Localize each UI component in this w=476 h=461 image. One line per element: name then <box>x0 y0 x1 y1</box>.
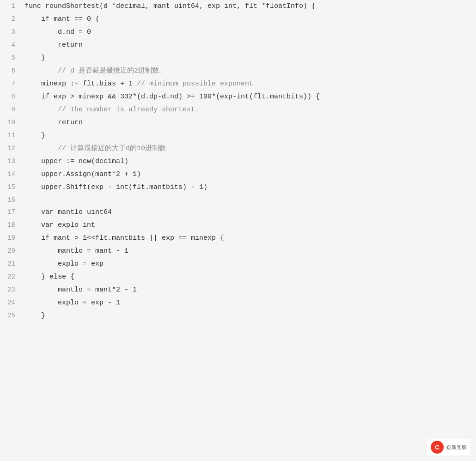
line-content: // The number is already shortest. <box>21 103 476 116</box>
line-content: return <box>21 39 476 52</box>
table-row: 17 var mantlo uint64 <box>0 206 476 219</box>
line-number: 12 <box>0 142 21 155</box>
table-row: 23 mantlo = mant*2 - 1 <box>0 284 476 297</box>
line-content <box>21 194 476 206</box>
table-row: 9 // The number is already shortest. <box>0 103 476 116</box>
line-number: 13 <box>0 155 21 168</box>
table-row: 13 upper := new(decimal) <box>0 155 476 168</box>
line-content: d.nd = 0 <box>21 26 476 39</box>
table-row: 11 } <box>0 129 476 142</box>
table-row: 15 upper.Shift(exp - int(flt.mantbits) -… <box>0 181 476 194</box>
line-number: 22 <box>0 271 21 284</box>
table-row: 20 mantlo = mant - 1 <box>0 245 476 258</box>
table-row: 25 } <box>0 309 476 322</box>
line-number: 1 <box>0 0 21 13</box>
line-number: 5 <box>0 52 21 65</box>
line-number: 10 <box>0 116 21 129</box>
line-content: return <box>21 116 476 129</box>
line-content: } else { <box>21 271 476 284</box>
table-row: 7 minexp := flt.bias + 1 // minimum poss… <box>0 78 476 91</box>
line-content: explo = exp - 1 <box>21 297 476 309</box>
line-content: upper := new(decimal) <box>21 155 476 168</box>
line-number: 25 <box>0 309 21 322</box>
watermark-text: 创新互联 <box>446 444 467 450</box>
table-row: 16 <box>0 194 476 206</box>
watermark-logo: C <box>431 441 444 454</box>
table-row: 18 var explo int <box>0 219 476 232</box>
line-content: explo = exp <box>21 258 476 271</box>
table-row: 24 explo = exp - 1 <box>0 297 476 309</box>
line-content: // 计算最接近的大于d的10进制数 <box>21 142 476 155</box>
line-number: 23 <box>0 284 21 297</box>
code-container: 1func roundShortest(d *decimal, mant uin… <box>0 0 476 461</box>
table-row: 8 if exp > minexp && 332*(d.dp-d.nd) >= … <box>0 91 476 103</box>
table-row: 21 explo = exp <box>0 258 476 271</box>
table-row: 5 } <box>0 52 476 65</box>
table-row: 6 // d 是否就是最接近的2进制数。 <box>0 65 476 78</box>
line-number: 20 <box>0 245 21 258</box>
line-content: var explo int <box>21 219 476 232</box>
table-row: 1func roundShortest(d *decimal, mant uin… <box>0 0 476 13</box>
line-number: 9 <box>0 103 21 116</box>
line-number: 21 <box>0 258 21 271</box>
table-row: 19 if mant > 1<<flt.mantbits || exp == m… <box>0 232 476 245</box>
watermark-site-label: 创新互联 <box>446 444 467 450</box>
line-number: 18 <box>0 219 21 232</box>
table-row: 22 } else { <box>0 271 476 284</box>
line-number: 3 <box>0 26 21 39</box>
line-number: 8 <box>0 91 21 103</box>
line-number: 11 <box>0 129 21 142</box>
line-number: 2 <box>0 13 21 26</box>
line-number: 6 <box>0 65 21 78</box>
line-content: } <box>21 309 476 322</box>
line-number: 16 <box>0 194 21 206</box>
line-content: mantlo = mant*2 - 1 <box>21 284 476 297</box>
line-content: if mant == 0 { <box>21 13 476 26</box>
line-content: minexp := flt.bias + 1 // minimum possib… <box>21 78 476 91</box>
line-content: var mantlo uint64 <box>21 206 476 219</box>
line-content: } <box>21 129 476 142</box>
line-number: 7 <box>0 78 21 91</box>
table-row: 4 return <box>0 39 476 52</box>
line-number: 4 <box>0 39 21 52</box>
line-content: upper.Assign(mant*2 + 1) <box>21 168 476 181</box>
line-content: mantlo = mant - 1 <box>21 245 476 258</box>
line-content: if mant > 1<<flt.mantbits || exp == mine… <box>21 232 476 245</box>
table-row: 10 return <box>0 116 476 129</box>
line-content: func roundShortest(d *decimal, mant uint… <box>21 0 476 13</box>
line-content: upper.Shift(exp - int(flt.mantbits) - 1) <box>21 181 476 194</box>
line-number: 19 <box>0 232 21 245</box>
line-number: 15 <box>0 181 21 194</box>
line-content: // d 是否就是最接近的2进制数。 <box>21 65 476 78</box>
line-number: 17 <box>0 206 21 219</box>
code-table: 1func roundShortest(d *decimal, mant uin… <box>0 0 476 322</box>
line-content: if exp > minexp && 332*(d.dp-d.nd) >= 10… <box>21 91 476 103</box>
line-number: 24 <box>0 297 21 309</box>
line-content: } <box>21 52 476 65</box>
watermark: C 创新互联 <box>427 439 470 455</box>
line-number: 14 <box>0 168 21 181</box>
table-row: 12 // 计算最接近的大于d的10进制数 <box>0 142 476 155</box>
table-row: 2 if mant == 0 { <box>0 13 476 26</box>
table-row: 3 d.nd = 0 <box>0 26 476 39</box>
table-row: 14 upper.Assign(mant*2 + 1) <box>0 168 476 181</box>
